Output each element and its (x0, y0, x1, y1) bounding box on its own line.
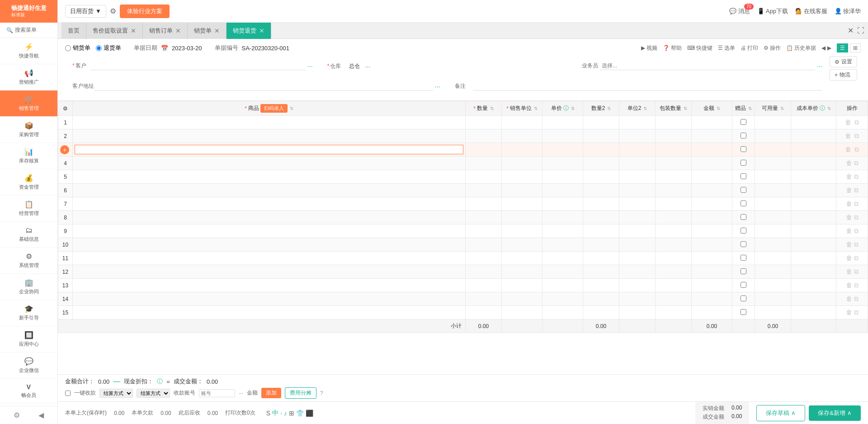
copy-row-icon[interactable]: ⧉ (854, 268, 859, 275)
copy-row-icon[interactable]: ⧉ (854, 186, 859, 194)
delete-row-icon[interactable]: 🗑 (846, 295, 852, 302)
package-qty-cell[interactable] (656, 129, 692, 143)
help-btn[interactable]: ❓ 帮助 (663, 44, 682, 52)
scan-btn[interactable]: 扫码录入 (260, 104, 288, 113)
sidebar-item-enterprise[interactable]: 🏢 企业协同 (0, 274, 57, 300)
copy-row-icon[interactable]: ⧉ (854, 254, 859, 262)
delete-row-icon[interactable]: 🗑 (846, 268, 852, 275)
remark-input[interactable] (473, 82, 823, 91)
gift-cell[interactable] (732, 129, 755, 143)
delete-row-icon[interactable]: 🗑 (846, 200, 852, 207)
tab-sales-return[interactable]: 销货退货 ✕ (226, 23, 271, 39)
address-input[interactable] (94, 82, 433, 91)
unit2-cell[interactable] (619, 129, 656, 143)
tool-icon-5[interactable]: ⊞ (289, 410, 294, 417)
account-input[interactable] (199, 389, 235, 397)
add-payment-btn[interactable]: 添加 (261, 388, 281, 398)
settle-method-select[interactable]: 结算方式 (99, 389, 133, 398)
sidebar-item-operations[interactable]: 📋 经营管理 (0, 195, 57, 222)
copy-row-icon[interactable]: ⧉ (854, 146, 859, 153)
date-value[interactable]: 2023-03-20 (172, 45, 202, 52)
save-new-btn[interactable]: 保存&新增 ∧ (809, 405, 861, 421)
form-settings-btn[interactable]: ⚙ 设置 (830, 56, 857, 67)
sidebar-item-base[interactable]: 🗂 基础信息 (0, 222, 57, 248)
quantity2-cell[interactable] (583, 143, 619, 157)
product-cell[interactable] (73, 129, 466, 143)
quantity-cell[interactable] (466, 116, 502, 129)
gift-checkbox[interactable] (741, 309, 746, 315)
sidebar-item-apps[interactable]: 🔲 应用中心 (0, 326, 57, 353)
sidebar-item-inventory[interactable]: 📊 库存核算 (0, 143, 57, 169)
gift-checkbox[interactable] (741, 214, 746, 220)
history-btn[interactable]: 📋 历史单据 (786, 44, 816, 52)
delete-row-icon[interactable]: 🗑 (845, 132, 851, 139)
address-picker-btn[interactable]: ··· (435, 83, 440, 90)
quantity2-cell[interactable] (583, 116, 619, 129)
delete-row-icon[interactable]: 🗑 (846, 214, 852, 221)
dots-account[interactable]: ··· (239, 390, 243, 396)
delete-row-icon[interactable]: 🗑 (846, 241, 852, 248)
next-doc-icon[interactable]: ▶ (827, 45, 831, 51)
unit-price-cell[interactable] (542, 129, 583, 143)
sidebar-item-guide[interactable]: 🎓 新手引导 (0, 300, 57, 326)
unit-price-cell[interactable] (542, 116, 583, 129)
delete-row-icon[interactable]: 🗑 (846, 281, 852, 289)
print-btn[interactable]: 🖨 打印 (741, 44, 758, 52)
product-cell-active[interactable] (73, 143, 466, 157)
fee-split-btn[interactable]: 费用分摊 (285, 387, 316, 399)
copy-row-icon[interactable]: ⧉ (854, 241, 859, 248)
sidebar-search[interactable]: 🔍 搜索菜单 (0, 23, 57, 38)
copy-row-icon[interactable]: ⧉ (854, 309, 859, 316)
cost-price-cell[interactable] (791, 143, 836, 157)
gift-checkbox[interactable] (741, 228, 746, 233)
tab-home[interactable]: 首页 (61, 23, 86, 39)
delete-row-icon[interactable]: 🗑 (845, 146, 851, 153)
sidebar-item-member[interactable]: V 畅会员 (0, 379, 57, 404)
shortcut-btn[interactable]: ⌨ 快捷键 (687, 44, 712, 52)
logistics-btn[interactable]: + 物流 (830, 69, 857, 81)
copy-row-icon[interactable]: ⧉ (854, 295, 859, 302)
close-tab-icon[interactable]: ✕ (848, 26, 854, 35)
cost-price-cell[interactable] (791, 129, 836, 143)
copy-row-icon[interactable]: ⧉ (854, 173, 859, 180)
copy-row-icon[interactable]: ⧉ (854, 119, 859, 126)
table-gear-icon[interactable]: ⚙ (63, 105, 68, 112)
sidebar-collapse-icon[interactable]: ◀ (38, 411, 44, 419)
tool-icon-3[interactable]: · (280, 410, 282, 417)
available-cell[interactable] (755, 116, 791, 129)
copy-row-icon[interactable]: ⧉ (854, 214, 859, 221)
unit2-cell[interactable] (619, 116, 656, 129)
tool-icon-2[interactable]: 中 (272, 409, 278, 417)
user-profile-btn[interactable]: 👤 徐泽华 (835, 7, 861, 15)
product-cell[interactable] (73, 116, 466, 129)
grid-view-btn[interactable]: ⊞ (850, 43, 861, 52)
one-click-collect-checkbox[interactable] (65, 391, 71, 396)
tab-price-setting[interactable]: 售价提取设置 ✕ (86, 23, 143, 39)
cost-price-cell[interactable] (791, 116, 836, 129)
doc-no-value[interactable]: SA-20230320-001 (242, 45, 290, 52)
close-icon[interactable]: ✕ (175, 27, 181, 34)
gift-checkbox[interactable] (741, 268, 746, 274)
gift-checkbox[interactable] (741, 295, 746, 301)
calc-method-select[interactable]: 结算方式 (137, 389, 170, 398)
gift-checkbox[interactable] (741, 160, 746, 166)
tool-icon-6[interactable]: 👕 (296, 410, 304, 417)
unit-price-cell[interactable] (542, 143, 583, 157)
salesperson-input[interactable] (600, 62, 815, 70)
quantity-cell[interactable] (466, 129, 502, 143)
unit2-cell[interactable] (619, 143, 656, 157)
delete-row-icon[interactable]: 🗑 (845, 119, 851, 126)
gift-cell[interactable] (732, 116, 755, 129)
settings-gear-icon[interactable]: ⚙ (110, 7, 116, 15)
radio-return[interactable]: 退货单 (96, 44, 121, 52)
add-row-btn[interactable]: + (60, 145, 69, 154)
sidebar-item-wechat[interactable]: 💬 企业微信 (0, 353, 57, 379)
customer-picker-btn[interactable]: ··· (307, 62, 313, 70)
gift-checkbox[interactable] (741, 173, 746, 179)
amount-cell[interactable] (692, 116, 732, 129)
warehouse-picker-btn[interactable]: ··· (365, 63, 371, 70)
online-service-btn[interactable]: 💁 在线客服 (795, 7, 827, 15)
copy-row-icon[interactable]: ⧉ (854, 281, 859, 289)
copy-row-icon[interactable]: ⧉ (854, 200, 859, 207)
app-download-btn[interactable]: 📱 App下载 (757, 7, 788, 15)
